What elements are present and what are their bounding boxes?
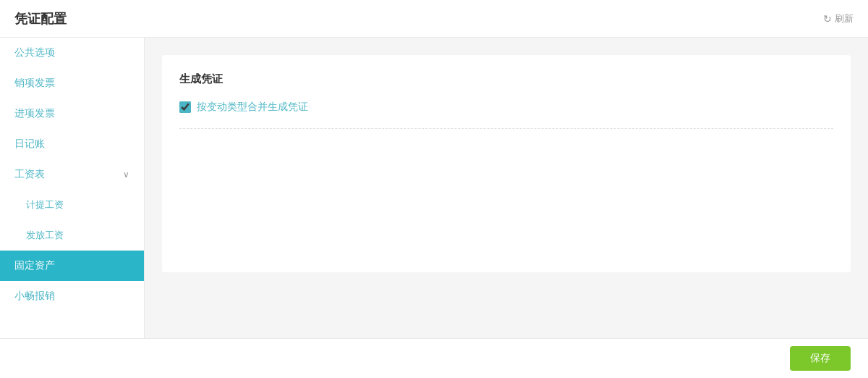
page-header: 凭证配置 ↻ 刷新 [0, 0, 868, 38]
section-title: 生成凭证 [179, 72, 833, 86]
sidebar-item-label: 日记账 [14, 138, 45, 151]
page-footer: 保存 [0, 338, 868, 378]
sidebar-item-payroll-table[interactable]: 工资表∨ [0, 159, 144, 190]
sidebar-item-label: 发放工资 [26, 229, 64, 242]
chevron-down-icon: ∨ [123, 169, 129, 180]
merge-voucher-checkbox[interactable] [179, 101, 191, 113]
save-button[interactable]: 保存 [790, 346, 851, 371]
refresh-button[interactable]: ↻ 刷新 [823, 12, 854, 25]
sidebar-item-label: 销项发票 [14, 77, 55, 90]
main-layout: 公共选项销项发票进项发票日记账工资表∨计提工资发放工资固定资产小畅报销 生成凭证… [0, 38, 868, 338]
sidebar-item-label: 计提工资 [26, 198, 64, 211]
sidebar-item-label: 小畅报销 [14, 290, 55, 303]
merge-voucher-label[interactable]: 按变动类型合并生成凭证 [197, 101, 308, 114]
sidebar-item-sales-invoice[interactable]: 销项发票 [0, 68, 144, 98]
main-content-area: 生成凭证 按变动类型合并生成凭证 [145, 38, 868, 338]
sidebar-item-label: 固定资产 [14, 259, 55, 272]
sidebar: 公共选项销项发票进项发票日记账工资表∨计提工资发放工资固定资产小畅报销 [0, 38, 145, 338]
sidebar-item-expense-report[interactable]: 小畅报销 [0, 281, 144, 311]
checkbox-row: 按变动类型合并生成凭证 [179, 101, 833, 114]
sidebar-item-label: 公共选项 [14, 46, 55, 59]
sidebar-item-label: 进项发票 [14, 107, 55, 120]
sidebar-item-distribute-salary[interactable]: 发放工资 [0, 220, 144, 251]
sidebar-item-journal[interactable]: 日记账 [0, 129, 144, 159]
sidebar-item-purchase-invoice[interactable]: 进项发票 [0, 98, 144, 129]
page-title: 凭证配置 [14, 10, 67, 28]
sidebar-item-fixed-assets[interactable]: 固定资产 [0, 251, 144, 281]
refresh-label: 刷新 [835, 12, 854, 25]
sidebar-item-calculate-salary[interactable]: 计提工资 [0, 190, 144, 220]
sidebar-item-public-options[interactable]: 公共选项 [0, 38, 144, 68]
content-card: 生成凭证 按变动类型合并生成凭证 [162, 55, 851, 272]
sidebar-item-label: 工资表 [14, 168, 45, 181]
section-divider [179, 128, 833, 129]
refresh-icon: ↻ [823, 13, 832, 25]
